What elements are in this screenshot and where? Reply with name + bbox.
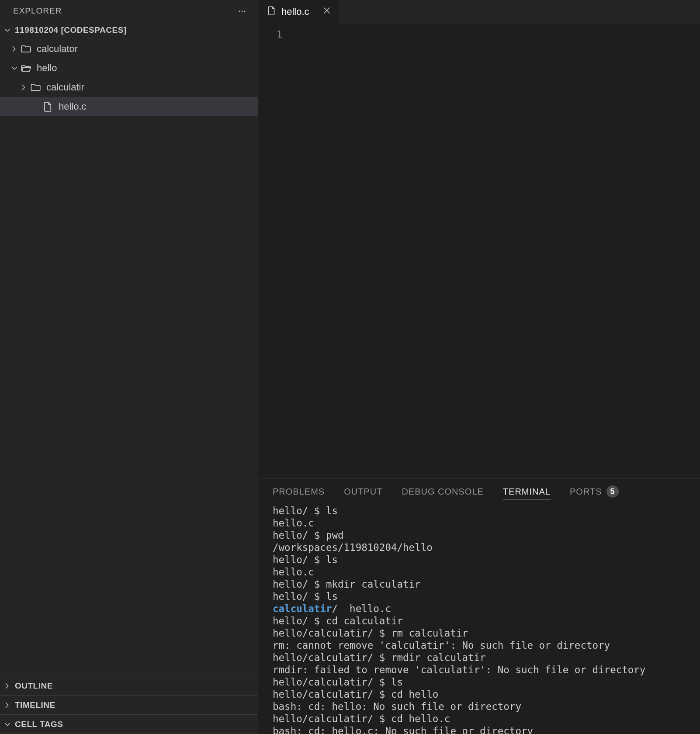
panel-tab-output[interactable]: OUTPUT [344,484,382,499]
terminal-text: rmdir: failed to remove 'calculatir': No… [273,664,645,675]
ports-count-badge: 5 [606,485,619,498]
terminal-line: bash: cd: hello: No such file or directo… [273,700,686,713]
file-tree: calculatorhellocalculatirhello.c [0,38,258,676]
close-icon[interactable] [322,6,331,17]
panel-tab-ports[interactable]: PORTS [570,484,602,499]
terminal-text: hello/ $ ls [273,591,338,602]
terminal-text: hello/ $ mkdir calculatir [273,578,421,590]
terminal-line: hello/ $ mkdir calculatir [273,578,686,590]
line-number: 1 [259,29,282,40]
section-title: TIMELINE [15,700,55,710]
terminal-line: calculatir/ hello.c [273,602,686,615]
terminal-line: hello/ $ ls [273,554,686,566]
workspace-header[interactable]: 119810204 [CODESPACES] [0,22,258,38]
folder-item-calculator[interactable]: calculator [0,39,258,59]
terminal-line: hello/calculatir/ $ cd hello [273,688,686,700]
terminal-line: rm: cannot remove 'calculatir': No such … [273,639,686,651]
terminal-text: hello.c [273,566,314,578]
line-number-gutter: 1 [259,24,295,478]
terminal-text: bash: cd: hello.c: No such file or direc… [273,725,533,734]
tree-item-label: hello [37,62,258,74]
explorer-title: EXPLORER [13,6,62,16]
chevron-right-icon [3,682,12,690]
tree-item-label: hello.c [59,101,258,112]
terminal-line: hello/ $ cd calculatir [273,615,686,627]
terminal-text: hello/ $ pwd [273,530,344,541]
main-area: hello.c 1 PROBLEMSOUTPUTDEBUG CONSOLETER… [259,0,700,734]
terminal-text: hello/calculatir/ $ cd hello.c [273,713,450,724]
sidebar-section-cell-tags[interactable]: CELL TAGS [0,715,258,734]
terminal-line: hello/calculatir/ $ rmdir calculatir [273,651,686,664]
folder-item-hello[interactable]: hello [0,59,258,78]
chevron-down-icon [3,26,12,34]
terminal-output[interactable]: hello/ $ lshello.chello/ $ pwd/workspace… [259,505,700,734]
terminal-text: hello/calculatir/ $ rmdir calculatir [273,652,486,663]
terminal-line: hello.c [273,566,686,578]
terminal-line: hello.c [273,517,686,529]
chevron-right-icon [19,83,29,91]
terminal-text: hello/calculatir/ $ rm calculatir [273,627,468,639]
terminal-line: /workspaces/119810204/hello [273,541,686,554]
file-icon [41,101,54,112]
folder-icon [19,44,32,54]
folder-icon [29,82,42,93]
terminal-line: hello/calculatir/ $ rm calculatir [273,627,686,639]
sidebar-section-timeline[interactable]: TIMELINE [0,696,258,715]
panel-tab-terminal[interactable]: TERMINAL [503,484,551,499]
workspace-name: 119810204 [CODESPACES] [15,25,127,35]
terminal-line: rmdir: failed to remove 'calculatir': No… [273,664,686,676]
section-title: CELL TAGS [15,720,63,729]
terminal-text: hello/ $ cd calculatir [273,615,403,627]
editor[interactable]: 1 [259,24,700,478]
folder-item-calculatir[interactable]: calculatir [0,78,258,97]
terminal-text: hello/calculatir/ $ cd hello [273,689,438,700]
more-actions-icon[interactable]: ··· [238,5,250,17]
section-title: OUTLINE [15,681,53,691]
bottom-panel: PROBLEMSOUTPUTDEBUG CONSOLETERMINALPORTS… [259,478,700,734]
terminal-text: bash: cd: hello: No such file or directo… [273,701,521,712]
terminal-text: hello/ $ ls [273,554,338,565]
chevron-down-icon [3,720,12,728]
tree-item-label: calculator [37,43,258,55]
chevron-right-icon [10,45,19,53]
terminal-text: hello/calculatir/ $ ls [273,676,403,688]
terminal-text: calculatir [273,603,332,614]
terminal-line: hello/ $ ls [273,505,686,517]
terminal-line: hello/calculatir/ $ ls [273,676,686,688]
terminal-line: hello/calculatir/ $ cd hello.c [273,713,686,725]
terminal-text: hello/ $ ls [273,505,338,516]
panel-tabbar: PROBLEMSOUTPUTDEBUG CONSOLETERMINALPORTS… [259,478,700,505]
panel-tab-problems[interactable]: PROBLEMS [273,484,325,499]
sidebar-section-outline[interactable]: OUTLINE [0,676,258,696]
terminal-text: / hello.c [332,603,391,614]
sidebar-sections: OUTLINETIMELINECELL TAGS [0,676,258,734]
chevron-down-icon [10,64,19,72]
terminal-line: hello/ $ pwd [273,529,686,541]
panel-tab-debug-console[interactable]: DEBUG CONSOLE [402,484,483,499]
file-icon [267,6,276,18]
terminal-text: hello.c [273,517,314,529]
tab-label: hello.c [281,6,309,17]
editor-tab-hello-c[interactable]: hello.c [259,0,340,24]
file-item-hello-c[interactable]: hello.c [0,97,258,116]
code-area[interactable] [295,24,700,478]
terminal-line: hello/ $ ls [273,590,686,602]
chevron-right-icon [3,701,12,709]
terminal-text: rm: cannot remove 'calculatir': No such … [273,640,610,651]
tree-item-label: calculatir [46,82,258,93]
terminal-text: /workspaces/119810204/hello [273,542,433,553]
explorer-sidebar: EXPLORER ··· 119810204 [CODESPACES] calc… [0,0,259,734]
editor-tabbar: hello.c [259,0,700,24]
terminal-line: bash: cd: hello.c: No such file or direc… [273,725,686,734]
folder-open-icon [19,63,32,73]
